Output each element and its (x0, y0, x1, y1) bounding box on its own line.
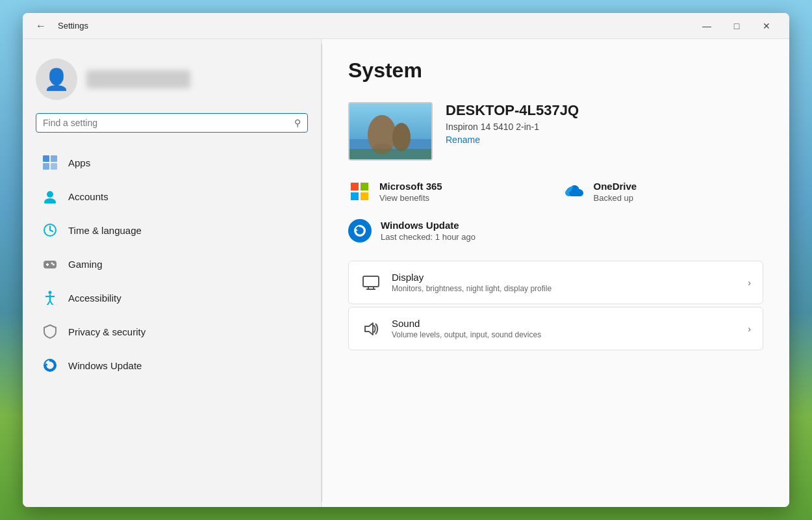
onedrive-text: OneDrive Backed up (594, 181, 637, 203)
sidebar-item-time[interactable]: Time & language (28, 213, 316, 247)
sound-title: Sound (392, 318, 737, 329)
windows-update-section-title: Windows Update (381, 220, 476, 231)
cards-row: Microsoft 365 View benefits OneDrive Bac… (348, 180, 763, 203)
user-section: 👤 (23, 52, 321, 113)
display-subtitle: Monitors, brightness, night light, displ… (392, 284, 737, 293)
sound-text: Sound Volume levels, output, input, soun… (392, 318, 737, 339)
microsoft365-icon (348, 180, 372, 203)
title-bar: ← Settings — □ ✕ (23, 13, 789, 39)
sound-subtitle: Volume levels, output, input, sound devi… (392, 330, 737, 339)
close-button[interactable]: ✕ (752, 13, 781, 39)
minimize-button[interactable]: — (692, 13, 722, 39)
microsoft365-text: Microsoft 365 View benefits (379, 181, 442, 203)
nav-list: Apps Accounts (23, 146, 321, 382)
microsoft365-card[interactable]: Microsoft 365 View benefits (348, 180, 550, 203)
svg-point-28 (372, 144, 392, 154)
svg-point-5 (44, 198, 56, 203)
windows-update-section-subtitle: Last checked: 1 hour ago (381, 232, 476, 242)
svg-marker-35 (365, 323, 373, 335)
svg-rect-2 (43, 163, 49, 170)
main-content: System (322, 39, 789, 507)
window-controls: — □ ✕ (692, 13, 781, 39)
sidebar-item-gaming[interactable]: Gaming (28, 247, 316, 281)
gaming-label: Gaming (68, 259, 103, 270)
accessibility-icon (41, 289, 59, 307)
display-title: Display (392, 272, 737, 283)
user-icon: 👤 (44, 67, 70, 92)
svg-rect-0 (43, 155, 49, 162)
sidebar-item-accounts[interactable]: Accounts (28, 179, 316, 213)
user-name-blur (86, 70, 190, 88)
sidebar-item-privacy[interactable]: Privacy & security (28, 315, 316, 348)
settings-item-sound[interactable]: Sound Volume levels, output, input, soun… (348, 307, 763, 350)
svg-point-13 (53, 264, 55, 266)
svg-rect-1 (51, 155, 57, 162)
sound-icon (361, 318, 381, 339)
svg-marker-30 (355, 228, 358, 231)
window-title: Settings (58, 21, 88, 31)
svg-line-18 (50, 301, 53, 305)
title-bar-left: ← Settings (31, 18, 88, 34)
svg-point-14 (49, 291, 52, 294)
privacy-icon (41, 322, 59, 341)
time-icon (41, 221, 59, 239)
device-rename-link[interactable]: Rename (446, 135, 579, 145)
svg-point-26 (392, 123, 411, 151)
settings-item-display[interactable]: Display Monitors, brightness, night ligh… (348, 261, 763, 304)
accounts-label: Accounts (68, 191, 108, 202)
onedrive-card[interactable]: OneDrive Backed up (563, 180, 764, 203)
svg-line-8 (50, 230, 53, 231)
device-section: DESKTOP-4L537JQ Inspiron 14 5410 2-in-1 … (348, 102, 763, 161)
svg-rect-3 (51, 163, 57, 170)
device-thumbnail (348, 102, 433, 161)
search-box[interactable]: ⚲ (36, 113, 308, 133)
windows-update-label: Windows Update (68, 360, 142, 371)
settings-list: Display Monitors, brightness, night ligh… (348, 261, 763, 350)
apps-icon (41, 153, 59, 172)
display-text: Display Monitors, brightness, night ligh… (392, 272, 737, 293)
page-title: System (348, 58, 763, 83)
avatar: 👤 (36, 58, 77, 100)
display-icon (361, 272, 381, 293)
windows-update-section-icon (348, 219, 372, 242)
back-button[interactable]: ← (31, 18, 51, 34)
sidebar-item-accessibility[interactable]: Accessibility (28, 281, 316, 315)
windows-update-section-text: Windows Update Last checked: 1 hour ago (381, 220, 476, 242)
sound-chevron: › (748, 324, 751, 334)
microsoft365-title: Microsoft 365 (379, 181, 442, 192)
settings-window: ← Settings — □ ✕ 👤 ⚲ (23, 13, 789, 507)
privacy-label: Privacy & security (68, 326, 146, 337)
svg-point-12 (51, 263, 53, 265)
device-model: Inspiron 14 5410 2-in-1 (446, 122, 579, 132)
onedrive-icon (563, 180, 586, 203)
main-layout: 👤 ⚲ (23, 39, 789, 507)
svg-point-4 (47, 191, 53, 198)
svg-marker-20 (45, 363, 48, 365)
windows-update-icon (41, 356, 59, 374)
microsoft365-subtitle: View benefits (379, 193, 442, 203)
sidebar: 👤 ⚲ (23, 39, 322, 507)
sidebar-item-windows-update[interactable]: Windows Update (28, 348, 316, 382)
onedrive-title: OneDrive (594, 181, 637, 192)
device-info: DESKTOP-4L537JQ Inspiron 14 5410 2-in-1 … (446, 102, 579, 145)
search-input[interactable] (43, 118, 289, 128)
time-label: Time & language (68, 225, 142, 236)
maximize-button[interactable]: □ (722, 13, 752, 39)
accounts-icon (41, 187, 59, 205)
svg-rect-31 (363, 276, 379, 287)
device-name: DESKTOP-4L537JQ (446, 102, 579, 119)
onedrive-subtitle: Backed up (594, 193, 637, 203)
windows-update-section[interactable]: Windows Update Last checked: 1 hour ago (348, 219, 763, 242)
search-icon: ⚲ (294, 118, 301, 128)
gaming-icon (41, 255, 59, 273)
sidebar-item-apps[interactable]: Apps (28, 146, 316, 179)
apps-label: Apps (68, 157, 90, 168)
display-chevron: › (748, 278, 751, 288)
accessibility-label: Accessibility (68, 292, 121, 304)
